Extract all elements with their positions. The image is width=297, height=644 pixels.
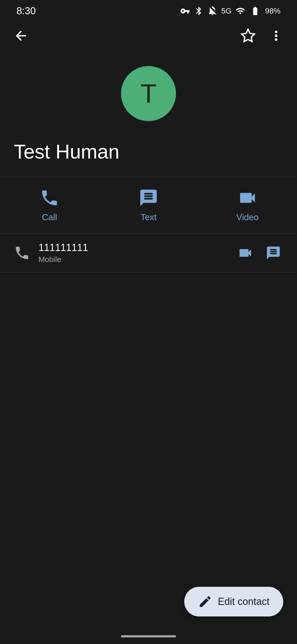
divider-bottom: [0, 272, 297, 272]
back-arrow-icon: [13, 28, 29, 43]
quick-actions-row: Call Text Video: [0, 177, 297, 233]
battery-icon: [249, 6, 261, 16]
network-type: 5G: [221, 7, 232, 15]
home-indicator: [121, 635, 176, 637]
favorite-button[interactable]: [238, 26, 258, 46]
video-icon: [238, 188, 257, 208]
text-label: Text: [141, 212, 157, 222]
status-bar: 8:30 5G 98%: [0, 0, 297, 22]
call-label: Call: [42, 212, 57, 222]
notifications-off-icon: [208, 6, 218, 16]
signal-icon: [235, 6, 245, 16]
more-options-button[interactable]: [266, 26, 286, 46]
phone-message-button[interactable]: [263, 243, 283, 263]
battery-percent: 98%: [265, 7, 280, 15]
phone-type: Mobile: [38, 255, 88, 264]
edit-contact-label: Edit contact: [218, 596, 270, 607]
contact-name-section: Test Human: [0, 132, 297, 177]
status-icons: 5G 98%: [180, 6, 280, 16]
video-button[interactable]: Video: [198, 188, 297, 222]
more-vert-icon: [268, 28, 284, 43]
action-bar: [0, 22, 297, 50]
avatar: T: [121, 66, 176, 121]
phone-info: 111111111 Mobile: [38, 242, 88, 264]
avatar-initial: T: [141, 78, 157, 109]
call-button[interactable]: Call: [0, 188, 99, 222]
star-icon: [240, 28, 256, 43]
contact-name: Test Human: [14, 141, 119, 163]
message-icon: [139, 188, 158, 208]
phone-video-button[interactable]: [235, 243, 255, 263]
bluetooth-icon: [194, 6, 204, 16]
text-button[interactable]: Text: [99, 188, 198, 222]
avatar-section: T: [0, 50, 297, 132]
edit-icon: [198, 594, 212, 609]
phone-row-actions: [235, 243, 283, 263]
back-button[interactable]: [11, 26, 31, 46]
phone-video-icon: [238, 245, 253, 261]
key-icon: [180, 6, 190, 16]
phone-number: 111111111: [38, 242, 88, 253]
video-label: Video: [236, 212, 258, 222]
phone-row-icon: [14, 245, 30, 261]
edit-contact-fab[interactable]: Edit contact: [184, 587, 283, 616]
status-time: 8:30: [16, 5, 36, 17]
call-icon: [40, 188, 59, 208]
phone-row: 111111111 Mobile: [0, 234, 297, 272]
phone-message-icon: [266, 245, 281, 261]
